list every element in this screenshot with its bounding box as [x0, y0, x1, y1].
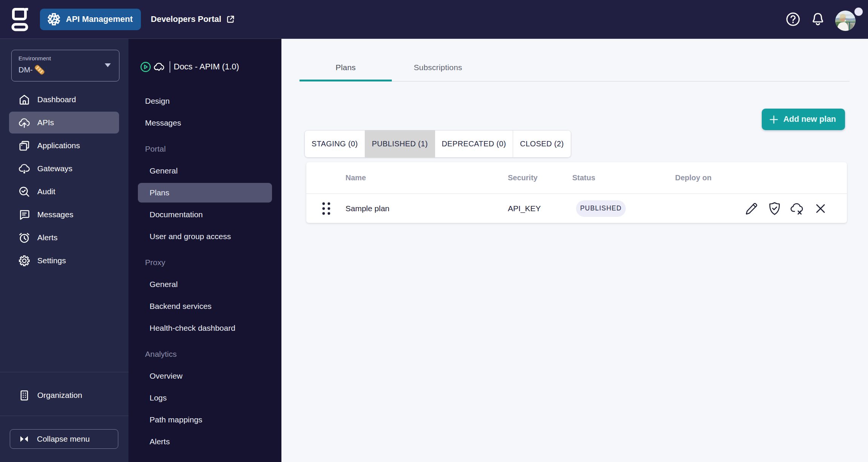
- table-body: Sample planAPI_KEYPUBLISHED: [306, 194, 847, 223]
- sidebar-item-dashboard[interactable]: Dashboard: [9, 89, 119, 111]
- api-menu-item-label: Documentation: [150, 210, 203, 219]
- api-menu-group-analytics: Analytics: [138, 344, 272, 364]
- baguette-emoji: [34, 64, 46, 75]
- api-title: Docs - APIM (1.0): [174, 62, 239, 72]
- sidebar-item-label: Messages: [37, 210, 73, 219]
- api-menu-item-label: Design: [145, 97, 170, 106]
- plans-table: NameSecurityStatusDeploy on Sample planA…: [306, 162, 847, 223]
- api-menu-item-general[interactable]: General: [138, 275, 272, 294]
- plans-content: Add new plan STAGING (0)PUBLISHED (1)DEP…: [281, 81, 868, 462]
- product-button-label: API Management: [66, 14, 133, 24]
- table-row: Sample planAPI_KEYPUBLISHED: [306, 194, 847, 223]
- tab-label: Plans: [336, 63, 356, 72]
- environment-label: Environment: [18, 55, 112, 61]
- sidebar-item-apis[interactable]: APIs: [9, 112, 119, 134]
- close-x-button[interactable]: [814, 203, 827, 215]
- sidebar-item-audit[interactable]: Audit: [9, 181, 119, 203]
- tab-plans[interactable]: Plans: [300, 54, 392, 81]
- user-menu: [835, 8, 863, 31]
- sidebar-item-label: Audit: [37, 187, 55, 196]
- sidebar-bottom: Organization Collapse menu: [0, 372, 128, 462]
- tab-label: Subscriptions: [414, 63, 462, 72]
- api-menu-item-alerts[interactable]: Alerts: [138, 432, 272, 451]
- sidebar-item-gateways[interactable]: Gateways: [9, 158, 119, 180]
- developers-portal-link[interactable]: Developers Portal: [151, 14, 235, 24]
- filter-label: STAGING (0): [312, 140, 358, 148]
- help-button[interactable]: [785, 12, 801, 27]
- add-new-plan-button[interactable]: Add new plan: [762, 109, 845, 130]
- api-menu-group-proxy: Proxy: [138, 253, 272, 272]
- product-switcher-button[interactable]: API Management: [40, 9, 141, 30]
- filter-staging-0[interactable]: STAGING (0): [304, 130, 365, 158]
- api-menu-item-documentation[interactable]: Documentation: [138, 205, 272, 224]
- plan-security: API_KEY: [508, 194, 541, 223]
- alarm-icon: [18, 232, 30, 244]
- column-header-deploy-on: Deploy on: [675, 162, 712, 193]
- topbar-actions: [785, 8, 863, 31]
- api-menu-item-label: Backend services: [150, 302, 212, 311]
- row-actions: [745, 194, 827, 223]
- api-menu-group-portal: Portal: [138, 139, 272, 159]
- sidebar-nav: Dashboard APIs Applications Gateways Aud…: [0, 89, 128, 273]
- cloud-upload-icon: [18, 117, 30, 129]
- edit-pencil-button[interactable]: [745, 202, 758, 215]
- topbar: API Management Developers Portal: [0, 0, 868, 39]
- api-menu-item-design[interactable]: Design: [138, 91, 272, 111]
- environment-selector[interactable]: Environment DM-: [11, 50, 119, 81]
- api-menu-item-user-and-group-access[interactable]: User and group access: [138, 227, 272, 246]
- app-body: Environment DM- Dashboard APIs Applicati…: [0, 39, 868, 462]
- filter-published-1[interactable]: PUBLISHED (1): [365, 130, 435, 158]
- api-menu-item-health-check-dashboard[interactable]: Health-check dashboard: [138, 318, 272, 338]
- sidebar-item-label: Alerts: [37, 233, 58, 242]
- play-circle-icon[interactable]: [140, 61, 151, 72]
- plan-name: Sample plan: [345, 194, 390, 223]
- filter-label: CLOSED (2): [520, 140, 564, 148]
- add-new-plan-label: Add new plan: [783, 115, 836, 124]
- plan-status-filters: STAGING (0)PUBLISHED (1)DEPRECATED (0)CL…: [304, 130, 571, 158]
- api-menu-item-general[interactable]: General: [138, 161, 272, 181]
- api-menu: DesignMessagesPortalGeneralPlansDocument…: [128, 91, 281, 454]
- gravitee-logo[interactable]: [10, 7, 28, 31]
- api-menu-item-backend-services[interactable]: Backend services: [138, 296, 272, 316]
- sidebar-item-alerts[interactable]: Alerts: [9, 227, 119, 249]
- api-menu-item-label: Plans: [150, 188, 170, 197]
- help-icon: [785, 12, 801, 27]
- shield-check-button[interactable]: [768, 201, 781, 216]
- tab-subscriptions[interactable]: Subscriptions: [392, 54, 484, 81]
- drag-handle-icon[interactable]: [320, 194, 332, 223]
- api-menu-item-label: Overview: [150, 371, 183, 381]
- chat-icon: [18, 209, 30, 221]
- filter-label: DEPRECATED (0): [442, 140, 506, 148]
- api-menu-item-messages[interactable]: Messages: [138, 113, 272, 133]
- sidebar-spacer: [0, 273, 128, 372]
- avatar[interactable]: [835, 11, 856, 31]
- api-menu-item-logs[interactable]: Logs: [138, 388, 272, 408]
- building-icon: [18, 390, 30, 401]
- sidebar-item-label: Gateways: [37, 164, 72, 173]
- sidebar-item-messages[interactable]: Messages: [9, 204, 119, 226]
- notifications-button[interactable]: [811, 12, 825, 27]
- sidebar-item-label: APIs: [37, 118, 54, 127]
- api-menu-item-label: Messages: [145, 118, 181, 127]
- sidebar-item-settings[interactable]: Settings: [9, 250, 119, 272]
- api-menu-item-label: General: [150, 280, 178, 289]
- table-header: NameSecurityStatusDeploy on: [306, 162, 847, 194]
- external-link-icon: [226, 15, 235, 24]
- tab-bar: PlansSubscriptions: [300, 39, 850, 81]
- status-dot: [854, 8, 863, 16]
- api-menu-group-label: Portal: [145, 144, 166, 153]
- filter-closed-2[interactable]: CLOSED (2): [513, 130, 571, 158]
- api-menu-item-path-mappings[interactable]: Path mappings: [138, 410, 272, 430]
- api-menu-item-overview[interactable]: Overview: [138, 366, 272, 386]
- cloud-unpublish-button[interactable]: [791, 202, 804, 215]
- sidebar-item-applications[interactable]: Applications: [9, 135, 119, 157]
- plan-status-cell: PUBLISHED: [572, 194, 626, 223]
- filter-deprecated-0[interactable]: DEPRECATED (0): [435, 130, 513, 158]
- api-header: Docs - APIM (1.0): [128, 57, 281, 77]
- collapse-menu-button[interactable]: Collapse menu: [10, 429, 118, 449]
- chevron-down-icon: [105, 63, 111, 67]
- sidebar-item-organization[interactable]: Organization: [9, 384, 119, 406]
- api-menu-item-plans[interactable]: Plans: [138, 183, 272, 203]
- api-menu-item-label: Logs: [150, 393, 167, 402]
- cloud-check-icon[interactable]: [154, 62, 165, 72]
